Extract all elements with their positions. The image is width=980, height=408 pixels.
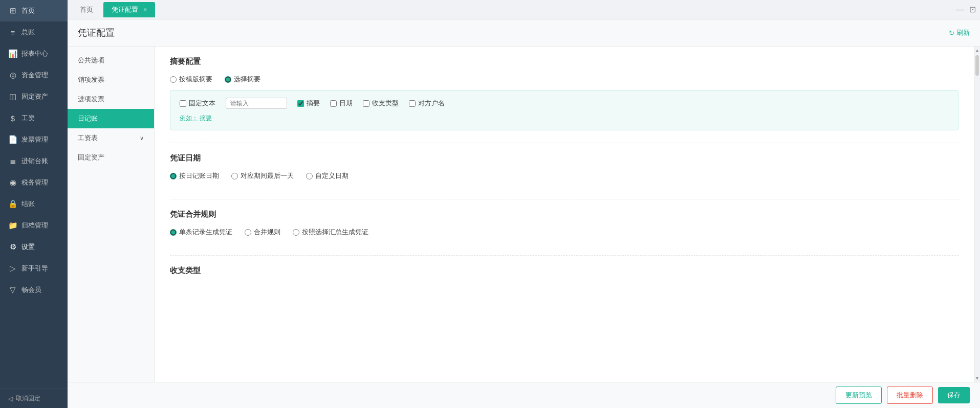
custom-date-input[interactable]: [306, 173, 313, 179]
maximize-button[interactable]: ⊡: [969, 5, 976, 14]
nav-item-fixed-assets[interactable]: 固定资产: [68, 148, 154, 167]
voucher-date-title: 凭证日期: [170, 153, 959, 163]
single-record-input[interactable]: [170, 229, 177, 236]
left-nav: 公共选项 销项发票 进项发票 日记账 工资表 ∨ 固定资产: [68, 47, 155, 382]
date-checkbox[interactable]: 日期: [330, 99, 353, 108]
by-journal-date-radio[interactable]: 按日记账日期: [170, 171, 219, 180]
summary-options-box: 固定文本 摘要 日期: [170, 90, 959, 130]
member-icon: ▽: [8, 285, 17, 294]
income-expense-type-input[interactable]: [363, 100, 369, 107]
fixed-assets-icon: ◫: [8, 92, 17, 101]
sidebar-item-invoice-mgmt[interactable]: 📄 发票管理: [0, 129, 68, 150]
by-selection-total-input[interactable]: [293, 229, 299, 236]
refresh-button[interactable]: ↻ 刷新: [949, 28, 970, 37]
by-journal-date-input[interactable]: [170, 173, 177, 179]
archive-icon: 📁: [8, 221, 17, 230]
sidebar-item-tax-mgmt[interactable]: ◉ 税务管理: [0, 172, 68, 193]
voucher-date-group: 按日记账日期 对应期间最后一天 自定义日期: [170, 171, 959, 180]
tab-home[interactable]: 首页: [72, 2, 101, 17]
merge-rules-title: 凭证合并规则: [170, 210, 959, 219]
settings-icon: ⚙: [8, 242, 17, 252]
summary-section: 摘要配置 按模版摘要 选择摘要: [170, 57, 959, 143]
select-mode-input[interactable]: [225, 76, 231, 83]
merge-rules-group: 单条记录生成凭证 合并规则 按照选择汇总生成凭证: [170, 228, 959, 237]
page-title: 凭证配置: [78, 27, 115, 39]
sidebar-item-guide[interactable]: ▷ 新手引导: [0, 258, 68, 279]
template-mode-input[interactable]: [170, 76, 177, 83]
sidebar-item-reports[interactable]: 📊 报表中心: [0, 43, 68, 64]
scroll-thumb[interactable]: [975, 55, 979, 76]
sidebar-item-fixed-assets[interactable]: ◫ 固定资产: [0, 86, 68, 107]
fixed-text-checkbox[interactable]: 固定文本: [180, 99, 215, 108]
minimize-button[interactable]: —: [956, 5, 964, 14]
merge-rules-section: 凭证合并规则 单条记录生成凭证 合并规则 按照选择汇总生成凭证: [170, 210, 959, 256]
sidebar-item-home[interactable]: ⊞ 首页: [0, 0, 68, 21]
summary-checkbox[interactable]: 摘要: [297, 99, 320, 108]
summary-mode-group: 按模版摘要 选择摘要: [170, 75, 959, 84]
reports-icon: 📊: [8, 49, 17, 58]
last-day-period-radio[interactable]: 对应期间最后一天: [231, 171, 294, 180]
batch-delete-button[interactable]: 批量删除: [887, 387, 933, 404]
main-area: 首页 凭证配置 × — ⊡ 凭证配置 ↻ 刷新 公共选项: [68, 0, 980, 408]
voucher-date-section: 凭证日期 按日记账日期 对应期间最后一天 自定义日期: [170, 153, 959, 199]
merge-rules-radio[interactable]: 合并规则: [245, 228, 280, 237]
tab-close-icon[interactable]: ×: [143, 6, 147, 13]
select-mode-radio[interactable]: 选择摘要: [225, 75, 260, 84]
collection-type-title: 收支类型: [170, 266, 959, 276]
counterparty-checkbox[interactable]: 对方户名: [409, 99, 445, 108]
template-mode-radio[interactable]: 按模版摘要: [170, 75, 212, 84]
home-icon: ⊞: [8, 6, 17, 15]
bottom-bar: 更新预览 批量删除 保存: [68, 382, 980, 408]
refresh-icon: ↻: [949, 29, 954, 37]
page-header: 凭证配置 ↻ 刷新: [68, 19, 980, 47]
single-record-radio[interactable]: 单条记录生成凭证: [170, 228, 232, 237]
income-expense-type-checkbox[interactable]: 收支类型: [363, 99, 399, 108]
example-text: 例如： 摘要: [180, 114, 949, 123]
sidebar: ⊞ 首页 ≡ 总账 📊 报表中心 ◎ 资金管理 ◫ 固定资产 $ 工资 📄 发票…: [0, 0, 68, 408]
inner-layout: 公共选项 销项发票 进项发票 日记账 工资表 ∨ 固定资产: [68, 47, 980, 382]
sidebar-item-settings[interactable]: ⚙ 设置: [0, 236, 68, 258]
nav-item-public-options[interactable]: 公共选项: [68, 51, 154, 70]
unpin-sidebar[interactable]: ◁ 取消固定: [0, 389, 68, 408]
summary-options-row: 固定文本 摘要 日期: [180, 98, 949, 109]
sidebar-item-closing[interactable]: 🔒 结账: [0, 193, 68, 215]
last-day-period-input[interactable]: [231, 173, 238, 179]
outer-scrollbar[interactable]: ▲ ▼: [974, 47, 980, 382]
merge-rules-input[interactable]: [245, 229, 251, 236]
nav-item-payroll-table[interactable]: 工资表 ∨: [68, 128, 154, 148]
right-content: 摘要配置 按模版摘要 选择摘要: [155, 47, 974, 382]
save-button[interactable]: 保存: [938, 387, 970, 403]
sidebar-item-funds[interactable]: ◎ 资金管理: [0, 64, 68, 86]
tab-voucher-config[interactable]: 凭证配置 ×: [103, 2, 155, 17]
update-preview-button[interactable]: 更新预览: [836, 387, 882, 404]
sidebar-item-member[interactable]: ▽ 畅会员: [0, 279, 68, 301]
date-input[interactable]: [330, 100, 337, 107]
sidebar-item-ledger[interactable]: ≡ 总账: [0, 21, 68, 43]
fixed-text-input[interactable]: [180, 100, 186, 107]
closing-icon: 🔒: [8, 199, 17, 209]
by-selection-total-radio[interactable]: 按照选择汇总生成凭证: [293, 228, 368, 237]
guide-icon: ▷: [8, 264, 17, 273]
payroll-icon: $: [8, 114, 17, 123]
funds-icon: ◎: [8, 71, 17, 80]
nav-item-sales-invoice[interactable]: 销项发票: [68, 70, 154, 89]
pin-icon: ◁: [8, 395, 13, 402]
sales-ledger-icon: ≣: [8, 156, 17, 166]
sidebar-item-payroll[interactable]: $ 工资: [0, 107, 68, 129]
chevron-down-icon: ∨: [140, 135, 144, 142]
sidebar-item-sales-ledger[interactable]: ≣ 进销台账: [0, 150, 68, 172]
scroll-down-arrow[interactable]: ▼: [974, 374, 980, 382]
summary-input[interactable]: [297, 100, 304, 107]
summary-section-title: 摘要配置: [170, 57, 959, 66]
fixed-text-field[interactable]: [226, 98, 287, 109]
nav-item-journal[interactable]: 日记账: [68, 109, 154, 128]
counterparty-input[interactable]: [409, 100, 416, 107]
sidebar-item-archive[interactable]: 📁 归档管理: [0, 215, 68, 236]
tax-mgmt-icon: ◉: [8, 178, 17, 187]
ledger-icon: ≡: [8, 28, 17, 37]
nav-item-purchase-invoice[interactable]: 进项发票: [68, 89, 154, 109]
custom-date-radio[interactable]: 自定义日期: [306, 171, 349, 180]
collection-type-section: 收支类型: [170, 266, 959, 296]
scroll-up-arrow[interactable]: ▲: [974, 47, 980, 54]
invoice-mgmt-icon: 📄: [8, 135, 17, 144]
